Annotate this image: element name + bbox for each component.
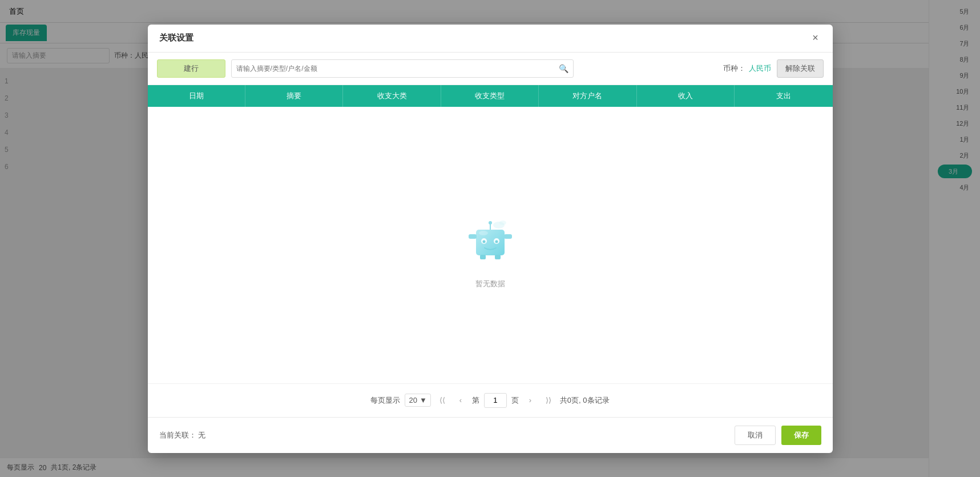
th-summary: 摘要 <box>245 85 343 107</box>
svg-point-13 <box>499 221 506 225</box>
empty-state: 暂无数据 <box>148 107 833 383</box>
filter-row: 建行 🔍 币种： 人民币 解除关联 <box>148 53 833 85</box>
page-first-btn[interactable]: ⟨⟨ <box>435 394 449 407</box>
modal-dialog: 关联设置 × 建行 🔍 币种： 人民币 解除关联 日期 摘要 收支大类 收支类型 <box>148 25 833 453</box>
footer-buttons: 取消 保存 <box>735 426 821 445</box>
search-icon[interactable]: 🔍 <box>559 64 568 73</box>
svg-rect-7 <box>480 255 486 259</box>
th-date: 日期 <box>148 85 245 107</box>
page-suffix: 页 <box>511 395 519 406</box>
page-last-btn[interactable]: ⟩⟩ <box>542 394 555 407</box>
modal-close-btn[interactable]: × <box>810 33 821 44</box>
svg-point-6 <box>489 221 492 225</box>
modal-body: 建行 🔍 币种： 人民币 解除关联 日期 摘要 收支大类 收支类型 对方户名 收… <box>148 53 833 417</box>
page-next-btn[interactable]: › <box>523 394 537 407</box>
filter-search-input[interactable] <box>236 65 559 73</box>
current-link-text: 当前关联： 无 <box>159 430 206 440</box>
modal-header: 关联设置 × <box>148 25 833 53</box>
currency-value: 人民币 <box>749 63 771 74</box>
current-link-label: 当前关联： <box>159 431 196 439</box>
pagination-row: 每页显示 20 ▼ ⟨⟨ ‹ 第 页 › ⟩⟩ 共0页, 0条记录 <box>148 383 833 417</box>
page-label: 第 <box>472 395 479 406</box>
th-counterparty: 对方户名 <box>539 85 636 107</box>
svg-rect-10 <box>504 234 512 239</box>
svg-rect-8 <box>495 255 501 259</box>
modal-footer: 当前关联： 无 取消 保存 <box>148 417 833 453</box>
page-size-chevron: ▼ <box>420 396 427 404</box>
modal-title: 关联设置 <box>159 33 193 43</box>
empty-text: 暂无数据 <box>475 279 505 289</box>
th-type: 收支类型 <box>441 85 539 107</box>
currency-label: 币种： <box>723 63 745 74</box>
svg-point-4 <box>495 240 498 243</box>
page-total: 共0页, 0条记录 <box>560 395 610 406</box>
svg-point-11 <box>479 231 488 235</box>
filter-currency: 币种： 人民币 <box>723 63 771 74</box>
save-button[interactable]: 保存 <box>781 426 821 445</box>
per-page-label: 每页显示 <box>370 395 400 406</box>
page-size-value: 20 <box>409 396 417 404</box>
page-prev-btn[interactable]: ‹ <box>454 394 467 407</box>
page-input[interactable] <box>484 393 507 408</box>
th-expense: 支出 <box>735 85 832 107</box>
th-income: 收入 <box>637 85 735 107</box>
cancel-button[interactable]: 取消 <box>735 426 776 445</box>
filter-bank-tag[interactable]: 建行 <box>157 59 225 78</box>
filter-search-wrap: 🔍 <box>231 59 574 78</box>
unlink-button[interactable]: 解除关联 <box>777 59 824 78</box>
svg-point-3 <box>482 240 485 243</box>
svg-rect-9 <box>469 234 477 239</box>
data-table: 日期 摘要 收支大类 收支类型 对方户名 收入 支出 <box>148 85 833 107</box>
th-category: 收支大类 <box>343 85 441 107</box>
page-size-select[interactable]: 20 ▼ <box>405 394 430 407</box>
table-header-row: 日期 摘要 收支大类 收支类型 对方户名 收入 支出 <box>148 85 833 107</box>
empty-icon <box>462 213 519 270</box>
current-link-value: 无 <box>198 431 205 439</box>
